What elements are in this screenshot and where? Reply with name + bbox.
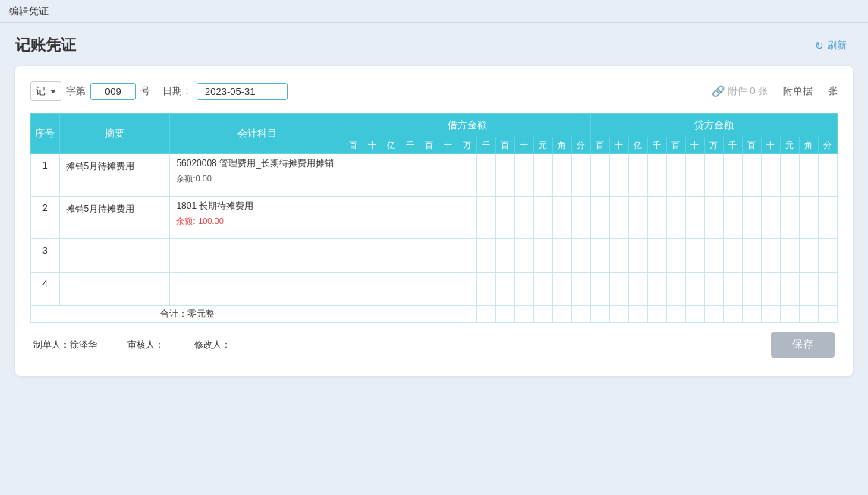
debit-digit-5[interactable] — [420, 239, 439, 273]
credit-digit-3[interactable] — [628, 273, 647, 306]
debit-digit-5[interactable] — [420, 154, 439, 197]
debit-digit-9[interactable] — [495, 273, 514, 306]
debit-digit-8[interactable] — [476, 239, 495, 273]
debit-digit-8[interactable] — [476, 154, 495, 197]
debit-digit-6[interactable] — [439, 197, 458, 239]
debit-digit-5[interactable] — [420, 273, 439, 306]
debit-digit-1[interactable] — [344, 239, 363, 273]
credit-digit-10[interactable] — [761, 239, 780, 273]
debit-digit-11[interactable] — [533, 273, 552, 306]
debit-digit-7[interactable] — [458, 239, 476, 273]
credit-digit-7[interactable] — [704, 154, 723, 197]
credit-digit-3[interactable] — [628, 154, 647, 197]
credit-digit-12[interactable] — [799, 273, 818, 306]
credit-digit-8[interactable] — [723, 239, 742, 273]
summary-cell[interactable]: 摊销5月待摊费用 — [59, 197, 170, 239]
credit-digit-4[interactable] — [647, 239, 666, 273]
account-cell[interactable]: 56020008 管理费用_长期待摊费用摊销余额:0.00 — [170, 154, 344, 197]
credit-digit-13[interactable] — [818, 197, 837, 239]
credit-digit-3[interactable] — [628, 197, 647, 239]
credit-digit-7[interactable] — [704, 273, 723, 306]
credit-digit-10[interactable] — [761, 273, 780, 306]
debit-digit-3[interactable] — [382, 197, 401, 239]
debit-digit-12[interactable] — [552, 273, 571, 306]
debit-digit-6[interactable] — [439, 154, 458, 197]
debit-digit-11[interactable] — [533, 239, 552, 273]
debit-digit-4[interactable] — [401, 154, 420, 197]
debit-digit-4[interactable] — [401, 239, 420, 273]
credit-digit-9[interactable] — [742, 239, 761, 273]
debit-digit-4[interactable] — [401, 197, 420, 239]
credit-digit-7[interactable] — [704, 239, 723, 273]
attach-single[interactable]: 附单据 — [783, 84, 813, 98]
debit-digit-12[interactable] — [552, 154, 571, 197]
credit-digit-5[interactable] — [666, 273, 685, 306]
credit-digit-6[interactable] — [685, 197, 704, 239]
refresh-button[interactable]: ↻ 刷新 — [809, 36, 853, 55]
credit-digit-8[interactable] — [723, 154, 742, 197]
credit-digit-9[interactable] — [742, 154, 761, 197]
debit-digit-1[interactable] — [344, 197, 363, 239]
debit-digit-6[interactable] — [439, 239, 458, 273]
credit-digit-11[interactable] — [780, 273, 799, 306]
save-button[interactable]: 保存 — [771, 332, 835, 358]
debit-digit-2[interactable] — [363, 154, 382, 197]
date-input[interactable] — [197, 83, 288, 100]
debit-digit-3[interactable] — [382, 154, 401, 197]
credit-digit-2[interactable] — [609, 273, 628, 306]
debit-digit-7[interactable] — [458, 197, 476, 239]
debit-digit-1[interactable] — [344, 273, 363, 306]
credit-digit-7[interactable] — [704, 197, 723, 239]
debit-digit-3[interactable] — [382, 239, 401, 273]
credit-digit-13[interactable] — [818, 273, 837, 306]
credit-digit-11[interactable] — [780, 197, 799, 239]
debit-digit-2[interactable] — [363, 273, 382, 306]
credit-digit-2[interactable] — [609, 197, 628, 239]
debit-digit-12[interactable] — [552, 197, 571, 239]
credit-digit-6[interactable] — [685, 239, 704, 273]
debit-digit-13[interactable] — [571, 154, 590, 197]
credit-digit-5[interactable] — [666, 154, 685, 197]
debit-digit-2[interactable] — [363, 197, 382, 239]
credit-digit-12[interactable] — [799, 197, 818, 239]
credit-digit-1[interactable] — [590, 154, 609, 197]
debit-digit-11[interactable] — [533, 197, 552, 239]
credit-digit-10[interactable] — [761, 197, 780, 239]
credit-digit-8[interactable] — [723, 197, 742, 239]
debit-digit-8[interactable] — [476, 273, 495, 306]
summary-cell[interactable]: 摊销5月待摊费用 — [59, 154, 170, 197]
credit-digit-3[interactable] — [628, 239, 647, 273]
debit-digit-9[interactable] — [495, 239, 514, 273]
debit-digit-1[interactable] — [344, 154, 363, 197]
credit-digit-12[interactable] — [799, 154, 818, 197]
attach-link[interactable]: 🔗 附件 0 张 — [712, 84, 768, 98]
credit-digit-1[interactable] — [590, 239, 609, 273]
debit-digit-12[interactable] — [552, 239, 571, 273]
debit-digit-11[interactable] — [533, 154, 552, 197]
credit-digit-13[interactable] — [818, 239, 837, 273]
type-select[interactable]: 记 — [30, 81, 61, 101]
number-input[interactable] — [90, 83, 136, 100]
debit-digit-10[interactable] — [514, 154, 533, 197]
credit-digit-6[interactable] — [685, 154, 704, 197]
credit-digit-5[interactable] — [666, 197, 685, 239]
summary-cell[interactable] — [59, 239, 170, 273]
debit-digit-13[interactable] — [571, 239, 590, 273]
debit-digit-10[interactable] — [514, 273, 533, 306]
debit-digit-3[interactable] — [382, 273, 401, 306]
debit-digit-13[interactable] — [571, 273, 590, 306]
credit-digit-13[interactable] — [818, 154, 837, 197]
debit-digit-9[interactable] — [495, 154, 514, 197]
summary-cell[interactable] — [59, 273, 170, 306]
credit-digit-9[interactable] — [742, 273, 761, 306]
credit-digit-2[interactable] — [609, 239, 628, 273]
debit-digit-9[interactable] — [495, 197, 514, 239]
credit-digit-1[interactable] — [590, 197, 609, 239]
debit-digit-2[interactable] — [363, 239, 382, 273]
credit-digit-11[interactable] — [780, 239, 799, 273]
account-cell[interactable] — [170, 273, 344, 306]
credit-digit-11[interactable] — [780, 154, 799, 197]
account-cell[interactable] — [170, 239, 344, 273]
credit-digit-4[interactable] — [647, 197, 666, 239]
credit-digit-8[interactable] — [723, 273, 742, 306]
